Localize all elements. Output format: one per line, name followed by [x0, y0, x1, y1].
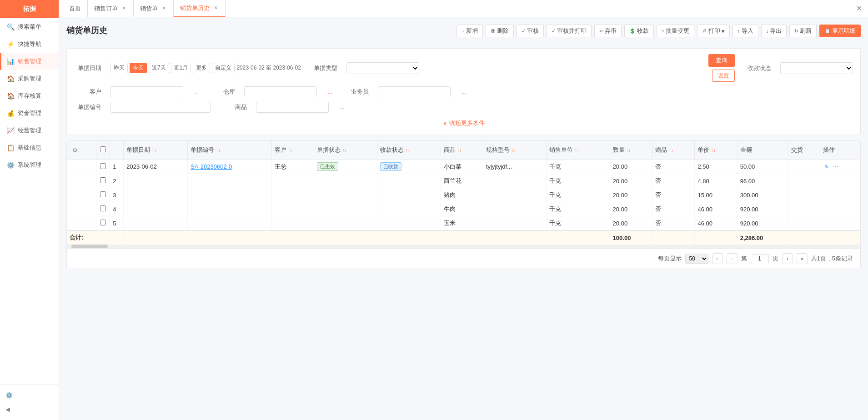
sidebar-item-finance[interactable]: 💰 资金管理	[0, 105, 59, 122]
col-doc-no[interactable]: 单据编号 ↑↓	[188, 141, 271, 160]
date-week-btn[interactable]: 近7天	[149, 63, 169, 73]
warehouse-ellipsis[interactable]: ...	[328, 89, 332, 95]
doc-type-select[interactable]	[346, 62, 419, 74]
row-more-btn[interactable]: ⋯	[832, 164, 840, 170]
row-edit-btn[interactable]: ✎	[823, 164, 830, 170]
sidebar-item-sys-mgmt[interactable]: ⚙️ 系统管理	[0, 156, 59, 174]
sidebar-item-basic-info[interactable]: 📋 基础信息	[0, 139, 59, 156]
col-doc-status[interactable]: 单据状态 ↑↓	[314, 141, 377, 160]
row-checkbox[interactable]	[100, 220, 106, 225]
col-gift[interactable]: 赠品 ↑↓	[652, 141, 695, 160]
col-goods[interactable]: 商品 ↑↓	[441, 141, 483, 160]
setup-button[interactable]: 设置	[712, 70, 735, 82]
add-button[interactable]: + 新增	[457, 25, 482, 37]
tab-sales-invoice[interactable]: 销货单 ✕	[134, 0, 174, 17]
show-detail-button[interactable]: 📋 显示明细	[819, 25, 861, 37]
batch-change-label: 批量变更	[666, 27, 689, 35]
row-checkbox[interactable]	[100, 205, 106, 211]
prev-page-btn[interactable]: ‹	[727, 253, 738, 264]
delete-button[interactable]: 🗑 删除	[486, 25, 514, 37]
page-input[interactable]	[751, 254, 769, 263]
tab-sales-invoice-close[interactable]: ✕	[161, 5, 167, 12]
goods-ellipsis[interactable]: ...	[340, 104, 344, 110]
sidebar-collapse-btn[interactable]: ◀	[0, 402, 59, 416]
export-label: 导出	[770, 27, 782, 35]
logo: 拓据	[0, 0, 59, 18]
add-icon: +	[462, 28, 464, 34]
payment-status-select[interactable]	[780, 62, 853, 74]
row-action	[820, 188, 860, 202]
col-price[interactable]: 单价 ↑↓	[695, 141, 737, 160]
sidebar-item-search-menu[interactable]: 🔍 搜索菜单	[0, 18, 59, 35]
sidebar-item-inventory[interactable]: 🏠 库存核算	[0, 87, 59, 105]
tab-sales-order-label: 销售订单	[94, 5, 118, 13]
customer-input[interactable]	[110, 86, 183, 97]
warehouse-input[interactable]	[244, 86, 317, 97]
sidebar-item-operations[interactable]: 📈 经营管理	[0, 122, 59, 139]
row-checkbox-cell	[96, 216, 110, 231]
customer-ellipsis[interactable]: ...	[194, 89, 199, 95]
horizontal-scrollbar[interactable]	[67, 245, 860, 248]
query-button[interactable]: 查询	[708, 54, 735, 67]
col-customer[interactable]: 客户 ↑↓	[271, 141, 314, 160]
col-spec[interactable]: 规格型号 ↑↓	[483, 141, 546, 160]
date-yesterday-btn[interactable]: 昨天	[110, 63, 128, 73]
col-action: 操作	[820, 141, 860, 160]
refresh-button[interactable]: ↻ 刷新	[789, 25, 817, 37]
tab-sales-order-close[interactable]: ✕	[120, 5, 127, 12]
next-page-btn[interactable]: ›	[782, 253, 793, 264]
row-payment-status	[377, 188, 441, 202]
sidebar-item-quick-nav[interactable]: ⚡ 快捷导航	[0, 35, 59, 53]
tab-home[interactable]: 首页	[63, 0, 88, 17]
row-checkbox[interactable]	[100, 177, 106, 183]
tab-sales-order[interactable]: 销售订单 ✕	[88, 0, 134, 17]
table-settings-gear[interactable]: ⚙	[70, 145, 80, 155]
tab-sales-history-close[interactable]: ✕	[212, 5, 219, 11]
table-row: 1 2023-06-02 SA-20230602-0 王总 已生效 已收款 小白…	[67, 160, 860, 174]
sidebar-settings-btn[interactable]: ⚙️	[0, 388, 59, 402]
date-more-btn[interactable]: 更多	[193, 63, 210, 73]
row-customer: 王总	[271, 160, 314, 174]
col-gift-label: 赠品	[655, 146, 667, 153]
tab-sales-history[interactable]: 销货单历史 ✕	[174, 0, 226, 17]
date-today-btn[interactable]: 今天	[130, 63, 147, 73]
abandon-button[interactable]: ↩ 弃审	[594, 25, 622, 37]
col-spec-label: 规格型号	[486, 146, 510, 153]
print-button[interactable]: 🖨 打印 ▾	[697, 25, 730, 37]
batch-change-button[interactable]: ≡ 批量变更	[657, 25, 694, 37]
row-customer	[271, 174, 314, 188]
row-goods: 小白菜	[441, 160, 483, 174]
col-unit[interactable]: 销售单位 ↑↓	[547, 141, 610, 160]
first-page-btn[interactable]: «	[712, 253, 723, 264]
date-custom-btn[interactable]: 自定义	[212, 63, 235, 73]
business-ellipsis[interactable]: ...	[462, 89, 466, 95]
col-payment-status[interactable]: 收款状态 ↑↓	[377, 141, 441, 160]
close-window-btn[interactable]: ✕	[853, 3, 864, 14]
business-input[interactable]	[378, 86, 451, 97]
per-page-select[interactable]: 50 20 100	[685, 254, 708, 264]
goods-input[interactable]	[256, 102, 329, 113]
collect-button[interactable]: 💲 收款	[624, 25, 654, 37]
col-qty[interactable]: 数量 ↑↓	[610, 141, 652, 160]
date-month-btn[interactable]: 近1月	[171, 63, 191, 73]
filter-collapse[interactable]: ∧ 收起更多条件	[74, 117, 853, 129]
summary-total-amount: 2,286.00	[737, 230, 788, 245]
last-page-btn[interactable]: »	[797, 253, 808, 264]
doc-no-link[interactable]: SA-20230602-0	[191, 163, 232, 170]
export-button[interactable]: ↓ 导出	[761, 25, 787, 37]
col-doc-date[interactable]: 单据日期 ↑↓	[124, 141, 188, 160]
row-trade	[788, 174, 820, 188]
row-checkbox[interactable]	[100, 191, 106, 197]
import-button[interactable]: ↑ 导入	[733, 25, 758, 37]
sidebar-item-purchase-mgmt[interactable]: 🏠 采购管理	[0, 70, 59, 87]
row-checkbox[interactable]	[100, 163, 106, 169]
col-payment-status-label: 收款状态	[380, 146, 404, 153]
sidebar-item-sales-mgmt[interactable]: 📊 销售管理	[0, 53, 59, 70]
row-checkbox-cell	[96, 188, 110, 202]
audit-button[interactable]: ✓ 审核	[517, 25, 544, 37]
doc-no-input[interactable]	[110, 102, 211, 113]
select-all-checkbox[interactable]	[100, 146, 106, 152]
payment-status-label: 收款状态	[744, 64, 771, 72]
audit-print-button[interactable]: ✓ 审核并打印	[547, 25, 592, 37]
col-doc-status-label: 单据状态	[317, 146, 341, 153]
